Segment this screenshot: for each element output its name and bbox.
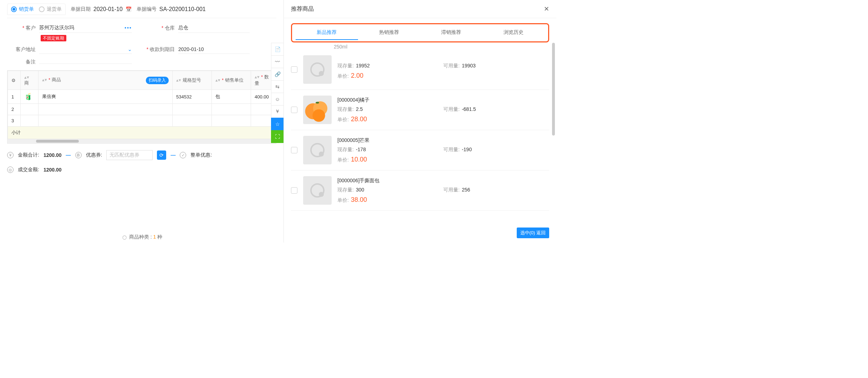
tool-currency-icon[interactable]: ￥ [271, 105, 284, 118]
doc-date-label: 单据日期 [71, 6, 91, 12]
tab-sales[interactable]: 销货单 [11, 6, 34, 12]
deal-value: 1200.00 [44, 167, 62, 173]
footer-summary: ◯ 商品种类 : 1 种 [0, 234, 284, 241]
radio-icon [39, 6, 45, 12]
warehouse-input[interactable]: 总仓 [178, 23, 250, 33]
gear-icon: ⚙ [11, 78, 16, 83]
product-name: [0000005]芒果 [337, 137, 549, 144]
tool-expand-icon[interactable]: ⛶ [271, 130, 284, 143]
items-list[interactable]: 250ml 现存量:19952 可用量:19903 单价:2.00 [00000… [284, 42, 556, 242]
chevron-down-icon[interactable]: ⌄ [128, 46, 132, 52]
sum-label: 金额合计: [18, 152, 39, 158]
col-spec[interactable]: ▴▾规格型号 [173, 71, 212, 90]
stock-field: 现存量:2.5 [337, 106, 443, 113]
panel-title: 推荐商品 [291, 5, 314, 13]
warehouse-value: 总仓 [178, 25, 188, 31]
tool-person-icon[interactable]: ☺ [271, 93, 284, 106]
table-row[interactable]: 1🧃果倍爽534532包400.00 [8, 90, 276, 104]
doc-no-value: SA-20200110-001 [159, 6, 206, 12]
product-thumb [303, 96, 332, 124]
calendar-icon[interactable]: 📅 [126, 6, 132, 12]
price-field: 单价:38.00 [337, 196, 443, 204]
tool-document-icon[interactable]: 📄 [271, 43, 284, 56]
deal-label: 成交金额: [18, 167, 39, 173]
refresh-button[interactable]: ⟳ [157, 150, 166, 160]
h-scrollbar[interactable] [7, 139, 276, 143]
sum-value: 1200.00 [44, 152, 62, 158]
coupon-icon: 券 [75, 152, 82, 158]
price-field: 单价:2.00 [337, 72, 443, 80]
coupon-label: 优惠券: [86, 152, 102, 158]
tool-star-icon[interactable]: ☆ [271, 118, 284, 131]
avail-field: 可用量:256 [443, 187, 549, 193]
due-value: 2020-01-10 [178, 46, 204, 52]
svg-point-3 [316, 102, 319, 104]
stock-field: 现存量:300 [337, 187, 443, 193]
account-period-tag: 不固定账期 [41, 35, 66, 41]
doc-no-label: 单据编号 [137, 6, 157, 12]
rec-tab-3[interactable]: 浏览历史 [482, 26, 545, 40]
product-item[interactable]: 现存量:19952 可用量:19903 单价:2.00 [291, 50, 549, 90]
close-icon[interactable]: ✕ [544, 5, 549, 13]
col-product[interactable]: ▴▾* 商品扫码录入 [39, 71, 173, 90]
address-label: 客户地址 [7, 46, 36, 53]
scan-button[interactable]: 扫码录入 [146, 77, 169, 84]
coupon-input[interactable]: 无匹配优惠券 [106, 150, 153, 160]
whole-discount-label: 整单优惠: [190, 152, 212, 158]
table-row[interactable]: 2 [8, 104, 276, 115]
select-return-button[interactable]: 选中(0) 返回 [517, 228, 550, 238]
product-item[interactable]: [0000005]芒果 现存量:-178 可用量:-190 单价:10.00 [291, 130, 549, 170]
yen-icon: ¥ [7, 152, 14, 158]
radio-icon [11, 6, 17, 12]
stock-field: 现存量:-178 [337, 147, 443, 153]
tab-return[interactable]: 退货单 [39, 6, 62, 12]
product-item[interactable]: [0000006]手撕面包 现存量:300 可用量:256 单价:38.00 [291, 170, 549, 211]
item-checkbox[interactable] [291, 187, 297, 194]
recommend-tabs: 新品推荐热销推荐滞销推荐浏览历史 [291, 23, 549, 42]
svg-point-2 [312, 109, 325, 122]
rec-tab-2[interactable]: 滞销推荐 [420, 26, 482, 40]
customer-label: 客户 [7, 25, 36, 31]
customer-input[interactable]: 苏州万达沃尔玛 ••• [39, 23, 132, 33]
product-thumb [303, 176, 332, 205]
product-thumb [303, 136, 332, 164]
avail-field: 可用量:-190 [443, 147, 549, 153]
side-toolbar: 📄 〰 🔗 ⇆ ☺ ￥ ☆ ⛶ [271, 43, 284, 143]
tab-sales-label: 销货单 [19, 6, 34, 12]
address-input[interactable]: ⌄ [39, 45, 132, 54]
item-checkbox[interactable] [291, 147, 297, 153]
due-label: 收款到期日 [146, 46, 175, 53]
remark-label: 备注 [7, 59, 36, 65]
v-scrollbar[interactable] [552, 43, 555, 136]
doc-type-tabs: 销货单 退货单 单据日期 2020-01-10 📅 单据编号 SA-202001… [7, 4, 276, 18]
minus-icon: — [170, 152, 175, 158]
product-item[interactable]: [0000004]橘子 现存量:2.5 可用量:-681.5 单价:28.00 [291, 90, 549, 130]
remark-input[interactable] [39, 61, 132, 64]
avail-field: 可用量:19903 [443, 63, 549, 69]
price-field: 单价:28.00 [337, 116, 443, 123]
stock-field: 现存量:19952 [337, 63, 443, 69]
tool-link-icon[interactable]: 🔗 [271, 68, 284, 81]
item-checkbox[interactable] [291, 107, 297, 113]
avail-field: 可用量:-681.5 [443, 106, 549, 113]
customer-value: 苏州万达沃尔玛 [39, 25, 74, 31]
tab-return-label: 退货单 [47, 6, 62, 12]
item-checkbox[interactable] [291, 66, 297, 73]
doc-date-value[interactable]: 2020-01-10 [93, 6, 123, 12]
warehouse-label: 仓库 [146, 25, 175, 31]
table-row[interactable]: 3 [8, 115, 276, 127]
col-unit[interactable]: ▴▾* 销售单位 [212, 71, 251, 90]
due-input[interactable]: 2020-01-10 [178, 45, 250, 54]
rec-tab-1[interactable]: 热销推荐 [358, 26, 420, 40]
product-name: [0000004]橘子 [337, 97, 549, 103]
product-thumb [303, 55, 332, 84]
col-img[interactable]: ▴▾商 [21, 71, 39, 90]
deal-icon: ◎ [7, 167, 14, 173]
discount-icon: ✓ [180, 152, 186, 158]
tool-exchange-icon[interactable]: ⇆ [271, 80, 284, 93]
col-gear[interactable]: ⚙ [8, 71, 21, 90]
price-field: 单价:10.00 [337, 156, 443, 163]
rec-tab-0[interactable]: 新品推荐 [296, 26, 358, 40]
ellipsis-icon[interactable]: ••• [124, 25, 132, 31]
tool-chart-icon[interactable]: 〰 [271, 55, 284, 68]
